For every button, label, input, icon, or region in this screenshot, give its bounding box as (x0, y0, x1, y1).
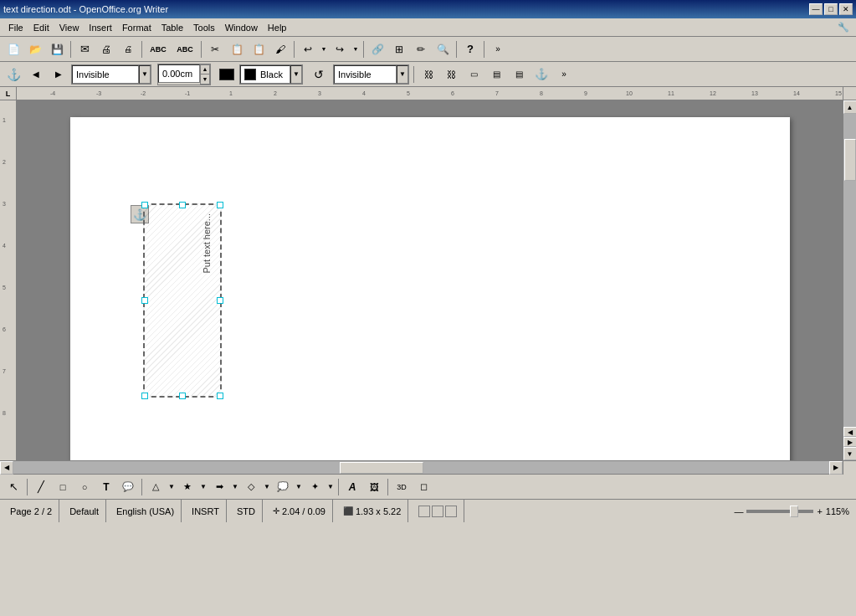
scroll-track-h[interactable] (13, 461, 829, 474)
undo-dropdown[interactable]: ▼ (320, 39, 328, 59)
width-down[interactable]: ▼ (201, 74, 209, 84)
fontwork-tool[interactable]: A (342, 477, 362, 497)
menu-window[interactable]: Window (220, 21, 263, 34)
zoom-minus-btn[interactable]: — (734, 506, 743, 516)
rect-tool[interactable]: □ (53, 477, 73, 497)
color-select-display[interactable]: Black (240, 65, 290, 84)
new-button[interactable]: 📄 (3, 39, 23, 59)
ellipse-tool[interactable]: ○ (74, 477, 95, 497)
scroll-left-button[interactable]: ◀ (0, 461, 13, 475)
undo-button[interactable]: ↩ (298, 39, 318, 59)
menu-format[interactable]: Format (117, 21, 156, 34)
paste-button[interactable]: 📋 (249, 39, 269, 59)
anchor-arrow[interactable]: ▼ (139, 65, 151, 84)
scroll-track-v[interactable] (843, 114, 856, 427)
print-preview-button[interactable]: 🖨 (96, 39, 116, 59)
handle-mid-left[interactable] (141, 297, 148, 304)
table-button[interactable]: ⊞ (389, 39, 409, 59)
symbol-shapes-arrow[interactable]: ▼ (199, 477, 208, 497)
insert-mode-section[interactable]: INSRT (185, 500, 227, 522)
handle-bottom-left[interactable] (141, 393, 148, 399)
minimize-button[interactable]: — (809, 3, 823, 15)
handle-mid-right[interactable] (217, 297, 223, 304)
wrap1-button[interactable]: ▭ (464, 64, 484, 85)
callouts2-tool[interactable]: 💭 (273, 477, 293, 497)
flowchart-tool[interactable]: ◇ (241, 477, 261, 497)
document-canvas[interactable]: ⚓ Put text here... (17, 100, 843, 460)
scroll-thumb-v[interactable] (844, 139, 856, 181)
chain1-button[interactable]: ⛓ (418, 64, 438, 85)
email-button[interactable]: ✉ (74, 39, 95, 59)
refresh-button[interactable]: ↺ (309, 64, 329, 85)
line-tool[interactable]: ╱ (31, 477, 51, 497)
handle-top-left[interactable] (141, 202, 148, 208)
block-arrows-tool[interactable]: ➡ (209, 477, 229, 497)
block-arrows-arrow[interactable]: ▼ (231, 477, 239, 497)
handle-bottom-center[interactable] (179, 393, 186, 399)
spelling-button[interactable]: ABC (146, 39, 171, 59)
menu-view[interactable]: View (54, 21, 85, 34)
hyperlink-button[interactable]: 🔗 (367, 39, 387, 59)
menu-table[interactable]: Table (156, 21, 188, 34)
wrap2-button[interactable]: ▤ (486, 64, 506, 85)
select-tool[interactable]: ↖ (3, 477, 23, 497)
color-arrow[interactable]: ▼ (290, 65, 302, 84)
help-button[interactable]: ? (460, 39, 480, 59)
scroll-right-button[interactable]: ▶ (829, 461, 843, 475)
width-value[interactable]: 0.00cm (158, 64, 200, 83)
close-button[interactable]: ✕ (839, 3, 853, 15)
frame-next-button[interactable]: ▶ (49, 64, 69, 85)
handle-top-center[interactable] (179, 202, 186, 208)
save-button[interactable]: 💾 (47, 39, 67, 59)
scroll-up-button[interactable]: ▲ (843, 100, 857, 114)
more-tb2[interactable]: » (554, 64, 574, 85)
basic-shapes-arrow[interactable]: ▼ (167, 477, 176, 497)
view-mode-3[interactable] (445, 506, 457, 517)
chain2-button[interactable]: ⛓ (441, 64, 461, 85)
color-select-wrapper[interactable]: Black ▼ (239, 64, 303, 85)
print-button[interactable]: 🖨 (118, 39, 138, 59)
shadow-tool[interactable]: ◻ (413, 477, 433, 497)
callouts2-arrow[interactable]: ▼ (295, 477, 303, 497)
format-paint-button[interactable]: 🖌 (270, 39, 290, 59)
stars-tool[interactable]: ✦ (305, 477, 325, 497)
symbol-shapes-tool[interactable]: ★ (177, 477, 197, 497)
anchor-select[interactable]: Invisible ▼ (71, 64, 151, 85)
callout-tool[interactable]: 💬 (118, 477, 138, 497)
extrusion-tool[interactable]: 3D (392, 477, 412, 497)
zoom-thumb[interactable] (790, 506, 798, 517)
menu-insert[interactable]: Insert (84, 21, 117, 34)
frame-prev-button[interactable]: ◀ (26, 64, 46, 85)
wrap3-button[interactable]: ▤ (509, 64, 529, 85)
from-file-tool[interactable]: 🖼 (364, 477, 384, 497)
draw-button[interactable]: ✏ (411, 39, 431, 59)
open-button[interactable]: 📂 (25, 39, 45, 59)
width-up[interactable]: ▲ (201, 65, 209, 74)
text-frame[interactable]: Put text here... (143, 203, 222, 398)
expand-btn2[interactable]: ▶ (843, 437, 857, 447)
zoom-percentage[interactable]: 115% (826, 506, 849, 516)
zoom-slider[interactable] (746, 510, 813, 513)
cut-button[interactable]: ✂ (205, 39, 225, 59)
basic-shapes-tool[interactable]: △ (146, 477, 166, 497)
menu-help[interactable]: Help (263, 21, 292, 34)
style-arrow[interactable]: ▼ (397, 65, 408, 84)
scroll-down-button[interactable]: ▼ (843, 447, 857, 460)
stars-arrow[interactable]: ▼ (326, 477, 335, 497)
menu-edit[interactable]: Edit (28, 21, 54, 34)
menu-file[interactable]: File (3, 21, 28, 34)
copy-button[interactable]: 📋 (227, 39, 247, 59)
redo-dropdown[interactable]: ▼ (351, 39, 360, 59)
style-select-wrapper[interactable]: Invisible ▼ (333, 64, 409, 85)
view-mode-1[interactable] (418, 506, 430, 517)
menu-tools[interactable]: Tools (188, 21, 220, 34)
text-tool[interactable]: T (96, 477, 116, 497)
expand-btn1[interactable]: ◀ (843, 427, 857, 437)
find-button[interactable]: 🔍 (433, 39, 453, 59)
zoom-plus-btn[interactable]: + (817, 506, 822, 516)
handle-top-right[interactable] (217, 202, 223, 208)
view-mode-2[interactable] (432, 506, 443, 517)
scroll-thumb-h[interactable] (340, 462, 423, 474)
maximize-button[interactable]: □ (824, 3, 838, 15)
flowchart-arrow[interactable]: ▼ (263, 477, 271, 497)
